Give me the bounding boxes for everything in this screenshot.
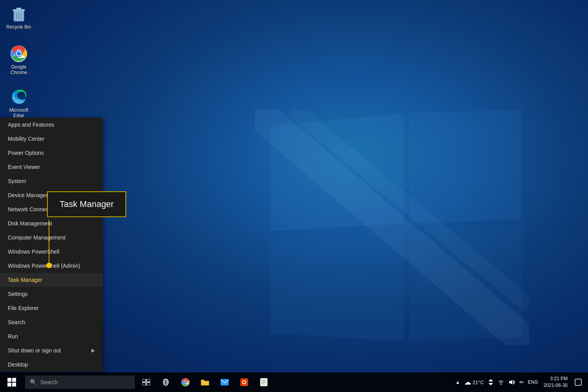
tray-pen-icon[interactable]: ✏ <box>518 372 526 392</box>
start-button[interactable] <box>0 372 24 392</box>
menu-item-desktop[interactable]: Desktop <box>0 358 103 372</box>
svg-point-15 <box>17 52 21 56</box>
menu-item-file-explorer[interactable]: File Explorer <box>0 301 103 315</box>
taskbar-chrome-icon[interactable] <box>176 372 195 392</box>
taskbar-office-icon[interactable]: O <box>234 372 254 392</box>
menu-item-network-connections[interactable]: Network Connections <box>0 202 103 216</box>
svg-rect-17 <box>7 378 11 382</box>
menu-item-windows-powershell[interactable]: Windows PowerShell <box>0 245 103 259</box>
recycle-bin-label: Recycle Bin <box>6 24 31 30</box>
svg-marker-40 <box>509 380 512 385</box>
search-label: Search <box>40 379 58 385</box>
task-view-button[interactable] <box>136 372 156 392</box>
svg-rect-21 <box>142 379 146 382</box>
svg-rect-22 <box>147 379 150 382</box>
system-tray: ▲ ☁ 21°C <box>454 372 588 392</box>
tray-wifi-icon[interactable] <box>496 372 506 392</box>
chrome-image <box>10 45 28 63</box>
svg-marker-1 <box>410 110 521 223</box>
menu-item-run[interactable]: Run <box>0 329 103 343</box>
taskbar: 🔍 Search <box>0 372 588 392</box>
microsoft-edge-icon[interactable]: Microsoft Edge <box>3 86 34 120</box>
menu-item-system[interactable]: System <box>0 174 103 188</box>
taskbar-settings-icon[interactable] <box>156 372 176 392</box>
svg-rect-18 <box>12 378 16 382</box>
svg-point-29 <box>185 381 187 383</box>
menu-item-computer-management[interactable]: Computer Management <box>0 230 103 245</box>
menu-item-search[interactable]: Search <box>0 315 103 329</box>
svg-marker-38 <box>488 383 493 385</box>
menu-item-shut-down[interactable]: Shut down or sign out ▶ <box>0 343 103 358</box>
svg-marker-2 <box>270 231 404 341</box>
taskbar-notes-icon[interactable] <box>254 372 274 392</box>
svg-rect-41 <box>575 379 581 385</box>
tray-language-label[interactable]: ENG <box>526 372 540 392</box>
tray-weather-icon[interactable]: ☁ 21°C <box>463 372 486 392</box>
taskbar-search[interactable]: 🔍 Search <box>25 376 135 389</box>
recycle-bin-icon[interactable]: Recycle Bin <box>3 3 34 31</box>
desktop: Recycle Bin Google Chrome <box>0 0 588 392</box>
chrome-label: Google Chrome <box>5 64 33 76</box>
menu-item-device-manager[interactable]: Device Manager <box>0 188 103 202</box>
weather-cloud-icon: ☁ <box>464 378 471 387</box>
menu-item-settings[interactable]: Settings <box>0 287 103 301</box>
svg-rect-8 <box>16 8 21 10</box>
svg-rect-19 <box>7 383 11 387</box>
menu-item-power-options[interactable]: Power Options <box>0 146 103 160</box>
svg-rect-20 <box>12 383 16 387</box>
tray-expand-button[interactable]: ▲ <box>454 372 462 392</box>
notification-button[interactable] <box>572 372 585 392</box>
svg-rect-30 <box>221 379 229 385</box>
taskbar-file-explorer-icon[interactable] <box>195 372 215 392</box>
menu-item-apps-features[interactable]: Apps and Features <box>0 118 103 132</box>
svg-point-25 <box>165 381 167 383</box>
system-clock[interactable]: 3:21 PM 2021-06-30 <box>541 376 571 389</box>
recycle-bin-image <box>10 5 28 23</box>
task-manager-highlight-dot <box>46 263 52 268</box>
svg-point-39 <box>500 384 501 385</box>
menu-item-task-manager[interactable]: Task Manager <box>0 273 103 287</box>
menu-item-event-viewer[interactable]: Event Viewer <box>0 160 103 174</box>
svg-rect-24 <box>147 383 150 385</box>
tray-network-icon[interactable] <box>486 372 495 392</box>
edge-label: Microsoft Edge <box>5 107 33 119</box>
menu-item-disk-management[interactable]: Disk Management <box>0 216 103 230</box>
edge-image <box>10 88 28 106</box>
tray-volume-icon[interactable] <box>507 372 517 392</box>
shut-down-arrow-icon: ▶ <box>91 348 95 353</box>
menu-item-mobility-center[interactable]: Mobility Center <box>0 132 103 146</box>
context-menu: Apps and Features Mobility Center Power … <box>0 118 103 372</box>
search-icon: 🔍 <box>30 379 37 386</box>
google-chrome-icon[interactable]: Google Chrome <box>3 43 34 77</box>
svg-marker-37 <box>488 379 493 381</box>
svg-text:O: O <box>242 379 247 385</box>
temperature-label: 21°C <box>473 379 484 385</box>
windows-logo-background <box>255 110 529 345</box>
svg-rect-23 <box>142 383 146 385</box>
taskbar-mail-icon[interactable] <box>215 372 234 392</box>
